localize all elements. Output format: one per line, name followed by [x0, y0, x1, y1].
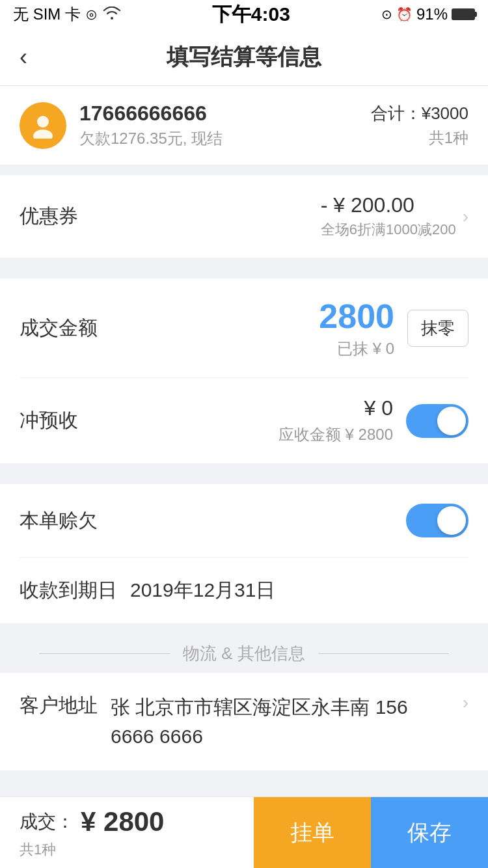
- customer-details: 17666666666 欠款1276.35元, 现结: [79, 102, 223, 149]
- bottom-deal-label: 成交：: [20, 809, 74, 834]
- status-bar: 无 SIM 卡 ⊙ 下午4:03 ⊙ ⏰ 91%: [0, 0, 488, 29]
- prepay-row: 冲预收 ¥ 0 应收金额 ¥ 2800: [20, 378, 468, 463]
- deal-amount-row: 成交金额 2800 已抹 ¥ 0 抹零: [20, 278, 468, 378]
- deal-amount-sub: 已抹 ¥ 0: [319, 338, 394, 359]
- logistics-label: 物流 & 其他信息: [170, 642, 318, 665]
- address-section: 客户地址 张 北京市市辖区海淀区永丰南 156 6666 6666 ›: [0, 673, 488, 770]
- address-value: 张 北京市市辖区海淀区永丰南 156 6666 6666: [111, 692, 456, 751]
- bottom-deal: 成交： ¥ 2800: [20, 806, 234, 837]
- status-time: 下午4:03: [212, 1, 290, 28]
- sim-status: 无 SIM 卡 ⊙: [13, 4, 98, 25]
- avatar: [20, 102, 66, 149]
- bottom-bar: 成交： ¥ 2800 共1种 挂单 保存: [0, 796, 488, 868]
- bottom-count: 共1种: [20, 840, 234, 860]
- amount-section: 成交金额 2800 已抹 ¥ 0 抹零 冲预收 ¥ 0 应收金额 ¥ 2800: [0, 278, 488, 463]
- round-zero-button[interactable]: 抹零: [407, 310, 468, 347]
- location-icon: ⊙: [381, 7, 392, 22]
- coupon-label: 优惠券: [20, 203, 78, 230]
- credit-section: 本单赊欠 收款到期日 2019年12月31日: [0, 484, 488, 623]
- wifi-icon: [103, 5, 121, 23]
- back-button[interactable]: ‹: [20, 37, 34, 77]
- prepay-right: ¥ 0 应收金额 ¥ 2800: [278, 396, 393, 445]
- item-count: 共1种: [371, 128, 468, 148]
- battery-icon: [452, 8, 475, 20]
- customer-total: 合计：¥3000 共1种: [371, 102, 468, 148]
- address-chevron-icon: ›: [463, 692, 468, 713]
- deal-amount-right: 2800 已抹 ¥ 0 抹零: [319, 297, 468, 359]
- customer-debt: 欠款1276.35元, 现结: [79, 128, 223, 149]
- save-button[interactable]: 保存: [371, 797, 488, 869]
- deal-amount-value: 2800: [319, 297, 394, 336]
- customer-info-card: 17666666666 欠款1276.35元, 现结 合计：¥3000 共1种: [0, 86, 488, 165]
- credit-toggle[interactable]: [406, 504, 468, 537]
- coupon-discount: - ¥ 200.00: [321, 193, 456, 217]
- deal-amount-label: 成交金额: [20, 315, 98, 342]
- bottom-info: 成交： ¥ 2800 共1种: [0, 806, 254, 860]
- address-row[interactable]: 客户地址 张 北京市市辖区海淀区永丰南 156 6666 6666 ›: [20, 673, 468, 770]
- hold-button[interactable]: 挂单: [254, 797, 371, 869]
- svg-point-1: [33, 129, 53, 139]
- customer-left: 17666666666 欠款1276.35元, 现结: [20, 102, 223, 149]
- coupon-chevron-icon: ›: [463, 206, 468, 227]
- logistics-divider: 物流 & 其他信息: [0, 634, 488, 673]
- credit-label: 本单赊欠: [20, 508, 98, 534]
- section-divider-2: [0, 463, 488, 474]
- nav-bar: ‹ 填写结算等信息: [0, 29, 488, 86]
- customer-phone: 17666666666: [79, 102, 223, 126]
- address-label: 客户地址: [20, 692, 98, 719]
- main-content: 17666666666 欠款1276.35元, 现结 合计：¥3000 共1种 …: [0, 86, 488, 868]
- total-amount: 合计：¥3000: [371, 102, 468, 125]
- toggle-knob: [437, 407, 466, 435]
- credit-toggle-knob: [437, 506, 466, 535]
- prepay-amount: ¥ 0: [364, 396, 393, 420]
- status-left: 无 SIM 卡 ⊙: [13, 4, 121, 25]
- coupon-row[interactable]: 优惠券 - ¥ 200.00 全场6折满1000减200 ›: [0, 175, 488, 258]
- coupon-desc: 全场6折满1000减200: [321, 220, 456, 239]
- alarm-icon: ⏰: [396, 7, 413, 22]
- duedate-value: 2019年12月31日: [130, 577, 275, 604]
- bottom-deal-amount: ¥ 2800: [81, 806, 164, 837]
- battery-percent: 91%: [416, 5, 448, 23]
- section-divider-1: [0, 268, 488, 278]
- page-title: 填写结算等信息: [167, 42, 321, 72]
- prepay-toggle[interactable]: [406, 404, 468, 438]
- duedate-label: 收款到期日: [20, 577, 117, 604]
- prepay-sub: 应收金额 ¥ 2800: [278, 424, 393, 445]
- prepay-label: 冲预收: [20, 407, 78, 434]
- status-right: ⊙ ⏰ 91%: [381, 5, 475, 23]
- svg-point-0: [37, 116, 49, 128]
- duedate-row: 收款到期日 2019年12月31日: [20, 558, 468, 623]
- coupon-right: - ¥ 200.00 全场6折满1000减200 ›: [321, 193, 468, 239]
- credit-row: 本单赊欠: [20, 484, 468, 558]
